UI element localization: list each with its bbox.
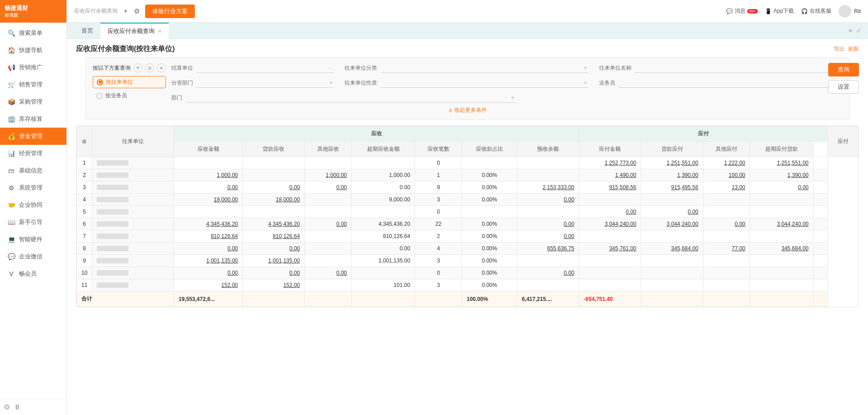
- cell-ar-other-8[interactable]: [305, 255, 352, 267]
- cell-ap-other-1[interactable]: 100.00: [703, 169, 750, 181]
- cell-ar-other-4[interactable]: [305, 206, 352, 218]
- cell-ar-loan-9[interactable]: 0.00: [243, 267, 305, 279]
- cell-ar-loan-0[interactable]: [243, 157, 305, 169]
- filter-back-button[interactable]: «: [157, 63, 166, 72]
- sidebar-item-search[interactable]: 🔍 搜索菜单: [0, 24, 66, 42]
- filter-add-button[interactable]: +: [133, 63, 142, 72]
- cell-ar-loan-5[interactable]: 4,345,436.20: [243, 218, 305, 230]
- sidebar-item-sales[interactable]: 🛒 销售管理: [0, 76, 66, 93]
- settings-icon[interactable]: ⚙: [4, 403, 10, 411]
- cell-ap-loan-8[interactable]: [641, 255, 703, 267]
- salesperson-field[interactable]: ···: [619, 78, 843, 88]
- cell-ar-other-5[interactable]: 0.00: [305, 218, 352, 230]
- close-window-icon[interactable]: ✕: [848, 28, 853, 34]
- cell-ap-amount-5[interactable]: 3,044,240.00: [579, 218, 641, 230]
- cell-ar-amount-9[interactable]: 0.00: [174, 267, 243, 279]
- cell-ar-loan-7[interactable]: 0.00: [243, 243, 305, 255]
- export-button[interactable]: 导出: [834, 45, 844, 53]
- cell-ap-other-6[interactable]: [703, 230, 750, 243]
- cell-ap-other-5[interactable]: 0.00: [703, 218, 750, 230]
- cell-ap-loan-3[interactable]: [641, 194, 703, 206]
- sidebar-item-operations[interactable]: 📊 经营管理: [0, 145, 66, 162]
- cell-ar-amount-7[interactable]: 0.00: [174, 243, 243, 255]
- cell-ap-amount-3[interactable]: [579, 194, 641, 206]
- cell-ap-loan-9[interactable]: [641, 267, 703, 279]
- sidebar-item-hardware[interactable]: 💻 智能硬件: [0, 231, 66, 248]
- cell-ar-other-7[interactable]: [305, 243, 352, 255]
- cell-ar-prepay-5[interactable]: 0.00: [517, 218, 579, 230]
- try-industry-button[interactable]: 体验行业方案: [145, 5, 195, 18]
- cell-ar-prepay-9[interactable]: 0.00: [517, 267, 579, 279]
- cell-ar-amount-8[interactable]: 1,001,135.00: [174, 255, 243, 267]
- settings-gear-icon[interactable]: ⚙: [134, 7, 140, 15]
- cell-ar-loan-1[interactable]: [243, 169, 305, 181]
- cell-ar-prepay-7[interactable]: 655,636.75: [517, 243, 579, 255]
- tab-home[interactable]: 首页: [74, 23, 100, 38]
- cell-ap-amount-0[interactable]: 1,252,773.00: [579, 157, 641, 169]
- th-config[interactable]: ⚙: [77, 126, 92, 157]
- cell-ar-loan-6[interactable]: 810,126.64: [243, 230, 305, 243]
- cell-ap-amount-1[interactable]: 1,490.00: [579, 169, 641, 181]
- cell-ar-amount-10[interactable]: 152.00: [174, 279, 243, 291]
- sidebar-item-guide[interactable]: 📖 新手引导: [0, 214, 66, 231]
- cell-ar-other-0[interactable]: [305, 157, 352, 169]
- view-by-staff[interactable]: 按业务员: [93, 90, 166, 101]
- sidebar-item-vip[interactable]: V 畅会员: [0, 265, 66, 282]
- cell-ar-other-3[interactable]: [305, 194, 352, 206]
- cell-ap-loan-4[interactable]: 0.00: [641, 206, 703, 218]
- unit-nature-field[interactable]: ▾: [381, 78, 588, 88]
- cell-ar-other-10[interactable]: [305, 279, 352, 291]
- cell-ap-other-9[interactable]: [703, 267, 750, 279]
- cell-ap-amount-7[interactable]: 345,761.00: [579, 243, 641, 255]
- cell-ar-amount-6[interactable]: 810,126.64: [174, 230, 243, 243]
- collapse-icon[interactable]: ⏸: [14, 403, 21, 411]
- cell-ap-loan-1[interactable]: 1,390.00: [641, 169, 703, 181]
- sidebar-item-finance[interactable]: 💰 资金管理: [0, 128, 66, 145]
- online-service-button[interactable]: 🎧 在线客服: [801, 7, 831, 15]
- cell-ar-prepay-1[interactable]: [517, 169, 579, 181]
- cell-ap-loan-2[interactable]: 915,495.56: [641, 181, 703, 194]
- cell-ap-loan-7[interactable]: 345,684.00: [641, 243, 703, 255]
- cell-ap-amount-2[interactable]: 915,508.56: [579, 181, 641, 194]
- cell-ar-prepay-10[interactable]: [517, 279, 579, 291]
- messages-button[interactable]: 💬 消息 99+: [726, 7, 758, 15]
- dept-manager-field[interactable]: ▾: [197, 78, 334, 88]
- cell-ar-prepay-6[interactable]: 0.00: [517, 230, 579, 243]
- cell-ar-amount-5[interactable]: 4,345,436.20: [174, 218, 243, 230]
- cell-ap-loan-6[interactable]: [641, 230, 703, 243]
- department-field[interactable]: ▾: [186, 93, 515, 103]
- cell-ar-other-9[interactable]: 0.00: [305, 267, 352, 279]
- sidebar-item-inventory[interactable]: 🏢 库存核算: [0, 110, 66, 128]
- cell-ap-amount-8[interactable]: [579, 255, 641, 267]
- unit-category-field[interactable]: ▾: [381, 63, 588, 73]
- cell-ap-amount-6[interactable]: [579, 230, 641, 243]
- cell-ap-amount-10[interactable]: [579, 279, 641, 291]
- cell-ar-prepay-8[interactable]: [517, 255, 579, 267]
- cell-ar-other-1[interactable]: 1,000.00: [305, 169, 352, 181]
- cell-ar-prepay-2[interactable]: 2,153,333.00: [517, 181, 579, 194]
- cell-ar-loan-2[interactable]: 0.00: [243, 181, 305, 194]
- filter-target-button[interactable]: ⊙: [145, 63, 154, 72]
- cell-ar-prepay-0[interactable]: [517, 157, 579, 169]
- cell-ap-other-7[interactable]: 77.00: [703, 243, 750, 255]
- cell-ap-other-3[interactable]: [703, 194, 750, 206]
- collapse-button[interactable]: ∧ 收起更多条件: [448, 106, 487, 114]
- cell-ap-loan-0[interactable]: 1,251,551.00: [641, 157, 703, 169]
- unit-name-input[interactable]: [635, 63, 843, 73]
- cell-ar-loan-8[interactable]: 1,001,135.00: [243, 255, 305, 267]
- cell-ap-loan-10[interactable]: [641, 279, 703, 291]
- sidebar-item-wechat[interactable]: 💬 企业微信: [0, 248, 66, 265]
- cell-ar-amount-1[interactable]: 1,000.00: [174, 169, 243, 181]
- sidebar-item-enterprise[interactable]: 🤝 企业协同: [0, 196, 66, 214]
- sidebar-item-marketing[interactable]: 📢 营销推广: [0, 59, 66, 76]
- sidebar-item-nav[interactable]: 🏠 快捷导航: [0, 42, 66, 59]
- cell-ap-loan-5[interactable]: 3,044,240.00: [641, 218, 703, 230]
- refresh-button[interactable]: 刷新: [848, 45, 859, 53]
- query-button[interactable]: 查询: [828, 63, 859, 76]
- cell-ar-amount-4[interactable]: [174, 206, 243, 218]
- settlement-unit-field[interactable]: ···: [197, 63, 334, 73]
- sidebar-item-system[interactable]: ⚙ 系统管理: [0, 179, 66, 196]
- cell-ar-amount-2[interactable]: 0.00: [174, 181, 243, 194]
- app-download-button[interactable]: 📱 App下载: [765, 7, 794, 15]
- cell-ap-amount-9[interactable]: [579, 267, 641, 279]
